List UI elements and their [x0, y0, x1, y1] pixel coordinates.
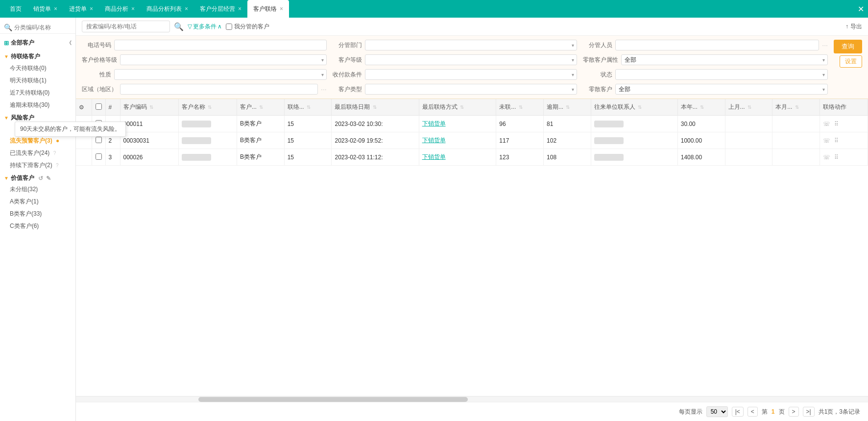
filter-row-3: 性质 收付款条件 状态	[82, 69, 828, 80]
horizontal-scrollbar[interactable]	[76, 396, 868, 402]
phone-input[interactable]	[114, 40, 327, 50]
col-type[interactable]: 客户... ⇅	[237, 99, 284, 116]
col-unit-contact[interactable]: 往来单位联系人 ⇅	[591, 99, 677, 116]
action-contact-icon[interactable]: ☏	[823, 154, 830, 161]
col-contact[interactable]: 联络... ⇅	[284, 99, 332, 116]
tab-customer-contact[interactable]: 客户联络 ×	[247, 0, 289, 18]
tab-product-analysis-list[interactable]: 商品分析列表 ×	[141, 0, 194, 18]
sidebar-item-today[interactable]: 今天待联络(0)	[0, 62, 75, 74]
customer-type-select[interactable]	[365, 84, 578, 95]
scrollbar-thumb[interactable]	[198, 397, 468, 402]
sort-lasttype-icon: ⇅	[460, 104, 464, 110]
filter-bar: 🔍 ▽ 更多条件 ∧ 我分管的客户 ↑ 导出	[76, 18, 868, 36]
col-code[interactable]: 客户编码 ⇅	[120, 99, 178, 116]
col-last-date[interactable]: 最后联络日期 ⇅	[332, 99, 419, 116]
search-button[interactable]: 🔍	[174, 22, 184, 31]
close-window-btn[interactable]: ✕	[858, 4, 864, 14]
tab-customer-segment[interactable]: 客户分层经营 ×	[194, 0, 247, 18]
col-this-year[interactable]: 本年... ⇅	[677, 99, 725, 116]
export-btn[interactable]: ↑ 导出	[845, 23, 862, 31]
row-select-checkbox[interactable]	[96, 153, 102, 160]
zero-attr-select[interactable]: 全部	[621, 54, 828, 65]
sidebar-group-value[interactable]: ▼ 价值客户 ↺ ✎	[0, 172, 75, 183]
sidebar: 🔍 ⊞ 全部客户 《 ▼ 待联络客户 今天待联络(0) 明天待联络(1) 近7天…	[0, 18, 76, 421]
person-ellipsis[interactable]: ···	[822, 41, 828, 49]
tab-close-product-analysis[interactable]: ×	[131, 5, 135, 12]
tab-home[interactable]: 首页	[4, 0, 27, 18]
sidebar-group-pending[interactable]: ▼ 待联络客户	[0, 50, 75, 62]
settings-button[interactable]: 设置	[840, 55, 862, 68]
row-select-checkbox[interactable]	[96, 137, 102, 143]
tab-close-customer-contact[interactable]: ×	[280, 5, 283, 12]
filter-actions: 查询 设置	[834, 40, 862, 68]
row-not-contacted: 123	[496, 149, 544, 166]
tab-close-product-analysis-list[interactable]: ×	[185, 5, 188, 12]
pagination: 每页显示 50 |< < 第 1 页 > >| 共1页，3条记录	[76, 402, 868, 421]
payment-select[interactable]	[365, 69, 578, 80]
sidebar-item-c-class[interactable]: C类客户(6)	[0, 220, 75, 232]
row-action: ☏ ⠿	[820, 149, 868, 166]
query-button[interactable]: 查询	[834, 40, 862, 53]
status-select[interactable]	[615, 69, 828, 80]
page-size-select[interactable]: 50	[706, 406, 728, 417]
tab-close-purchase[interactable]: ×	[90, 5, 93, 12]
first-page-btn[interactable]: |<	[732, 407, 744, 417]
tab-purchase[interactable]: 进货单 ×	[63, 0, 99, 18]
region-input[interactable]	[120, 84, 318, 95]
customer-level-select[interactable]	[365, 54, 578, 65]
search-input[interactable]	[82, 21, 170, 32]
sidebar-item-tomorrow[interactable]: 明天待联络(1)	[0, 74, 75, 87]
tab-close-customer-segment[interactable]: ×	[238, 5, 241, 12]
sidebar-item-7days[interactable]: 近7天待联络(0)	[0, 87, 75, 99]
tab-product-analysis[interactable]: 商品分析 ×	[99, 0, 141, 18]
row-action: ☏ ⠿	[820, 132, 868, 149]
action-more-icon[interactable]: ⠿	[834, 121, 839, 127]
row-last-type[interactable]: 下销货单	[419, 116, 496, 132]
tab-sales[interactable]: 销货单 ×	[27, 0, 63, 18]
sort-type-icon: ⇅	[259, 104, 263, 110]
price-level-select[interactable]	[120, 54, 327, 65]
row-code: 000026	[120, 149, 178, 166]
more-conditions-btn[interactable]: ▽ 更多条件 ∧	[188, 23, 222, 31]
row-contact: 15	[284, 116, 332, 132]
col-this-month[interactable]: 本月... ⇅	[772, 99, 820, 116]
row-last-type[interactable]: 下销货单	[419, 149, 496, 166]
dept-select[interactable]	[365, 40, 578, 50]
next-page-btn[interactable]: >	[789, 407, 799, 417]
sidebar-item-ungrouped[interactable]: 未分组(32)	[0, 183, 75, 196]
sidebar-all-customers[interactable]: ⊞ 全部客户 《	[0, 36, 75, 50]
sidebar-item-b-class[interactable]: B类客户(33)	[0, 208, 75, 220]
tab-close-sales[interactable]: ×	[54, 5, 57, 12]
row-name	[178, 149, 237, 166]
sidebar-item-overdue[interactable]: 逾期未联络(30)	[0, 99, 75, 111]
row-last-type[interactable]: 下销货单	[419, 132, 496, 149]
col-last-type[interactable]: 最后联络方式 ⇅	[419, 99, 496, 116]
col-settings[interactable]: ⚙	[76, 99, 92, 116]
col-name[interactable]: 客户名称 ⇅	[178, 99, 237, 116]
person-input[interactable]	[615, 40, 819, 50]
action-more-icon[interactable]: ⠿	[834, 154, 839, 161]
col-last-month[interactable]: 上月... ⇅	[725, 99, 772, 116]
action-more-icon[interactable]: ⠿	[834, 137, 839, 144]
select-all-checkbox[interactable]	[96, 103, 102, 110]
sidebar-item-churned[interactable]: 已流失客户(24) ?	[0, 147, 75, 159]
prev-page-btn[interactable]: <	[747, 407, 758, 417]
sidebar-item-declining[interactable]: 持续下滑客户(2) ?	[0, 159, 75, 172]
sidebar-item-a-class[interactable]: A类客户(1)	[0, 196, 75, 208]
filter-icon: ▽	[188, 23, 192, 30]
region-ellipsis[interactable]: ···	[321, 85, 327, 93]
col-overdue[interactable]: 逾期... ⇅	[544, 99, 591, 116]
table-row: 3 000026 B类客户 15 2023-02-03 11:12: 下销货单 …	[76, 149, 868, 166]
sidebar-search-input[interactable]	[14, 24, 72, 31]
gender-select[interactable]	[114, 69, 327, 80]
action-contact-icon[interactable]: ☏	[823, 121, 830, 127]
col-not-contacted[interactable]: 未联... ⇅	[496, 99, 544, 116]
my-customers-checkbox[interactable]	[226, 24, 232, 30]
sidebar-search-icon: 🔍	[4, 24, 12, 31]
zero-customer-select[interactable]: 全部	[615, 84, 828, 95]
row-last-month	[725, 132, 772, 149]
row-type: B类客户	[237, 116, 284, 132]
row-name	[178, 116, 237, 132]
action-contact-icon[interactable]: ☏	[823, 137, 830, 144]
last-page-btn[interactable]: >|	[803, 407, 815, 417]
